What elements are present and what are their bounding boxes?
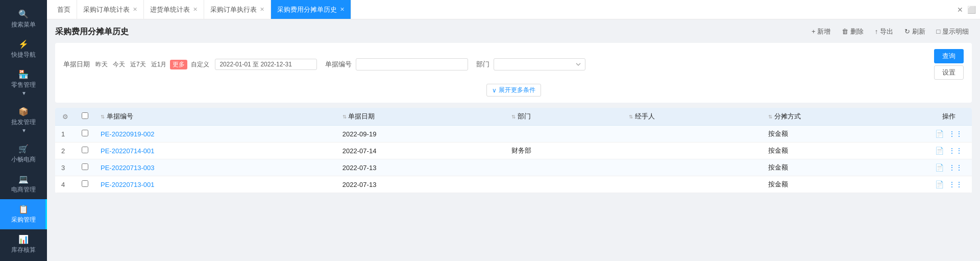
tab-bar: 首页 采购订单统计表 ✕ 进货单统计表 ✕ 采购订单执行表 ✕ 采购费用分摊单历… (47, 0, 980, 19)
data-table: ⚙ ⇅ 单据编号 ⇅ 单据日期 ⇅ 部门 ⇅ 经手人 ⇅ 分摊方式 操作 1 (55, 108, 972, 193)
close-tab-icon[interactable]: ✕ (957, 6, 963, 14)
sidebar-item-ecommerce[interactable]: 💻 电商管理 (0, 169, 47, 199)
table-row: 4 PE-20220713-001 2022-07-13 按金额 📄 ⋮⋮ (55, 176, 972, 193)
shortcut-yesterday[interactable]: 昨天 (94, 60, 109, 69)
td-handler (623, 176, 762, 193)
td-method: 按金额 (762, 126, 926, 143)
tab-close-icon[interactable]: ✕ (133, 6, 137, 13)
expand-row: ∨ 展开更多条件 (63, 84, 964, 97)
tab-close-icon[interactable]: ✕ (193, 6, 198, 13)
tab-purchase-order-stats[interactable]: 采购订单统计表 ✕ (77, 0, 144, 19)
td-row-num: 1 (55, 126, 76, 143)
retail-icon: 🏪 (2, 69, 45, 79)
tab-close-icon[interactable]: ✕ (260, 6, 264, 13)
td-dept (505, 176, 623, 193)
date-label: 单据日期 (63, 60, 90, 69)
table-body: 1 PE-20220919-002 2022-09-19 按金额 📄 ⋮⋮ (55, 126, 972, 193)
td-actions: 📄 ⋮⋮ (926, 159, 972, 176)
bill-no-input[interactable] (356, 58, 468, 70)
td-handler (623, 159, 762, 176)
td-bill-no: PE-20220714-001 (94, 143, 336, 159)
td-handler (623, 126, 762, 143)
settings-button[interactable]: 设置 (934, 65, 964, 80)
sidebar-item-search[interactable]: 🔍 搜索菜单 (0, 4, 47, 34)
row-checkbox[interactable] (82, 130, 88, 136)
sidebar-item-quicknav[interactable]: ⚡ 快捷导航 (0, 34, 47, 64)
chevron-down-icon: ▼ (21, 90, 27, 96)
td-row-num: 4 (55, 176, 76, 193)
th-settings[interactable]: ⚙ (55, 108, 76, 126)
td-checkbox[interactable] (76, 126, 94, 143)
shortcut-1month[interactable]: 近1月 (150, 60, 168, 69)
td-method: 按金额 (762, 159, 926, 176)
td-handler (623, 143, 762, 159)
shortcut-today[interactable]: 今天 (111, 60, 127, 69)
td-row-num: 3 (55, 159, 76, 176)
more-icon[interactable]: ⋮⋮ (948, 130, 963, 138)
sidebar-item-ecommerce-small[interactable]: 🛒 小畅电商 (0, 139, 47, 169)
more-icon[interactable]: ⋮⋮ (948, 180, 963, 188)
edit-icon[interactable]: 📄 (935, 180, 944, 188)
tab-close-icon[interactable]: ✕ (340, 6, 345, 13)
export-button[interactable]: ↑ 导出 (872, 26, 896, 38)
dept-field: 部门 财务部 (476, 58, 585, 70)
main-area: 首页 采购订单统计表 ✕ 进货单统计表 ✕ 采购订单执行表 ✕ 采购费用分摊单历… (47, 0, 980, 261)
td-date: 2022-07-13 (336, 176, 505, 193)
refresh-button[interactable]: ↻ 刷新 (901, 26, 928, 38)
delete-button[interactable]: 🗑 删除 (839, 26, 867, 38)
th-checkbox[interactable] (76, 108, 94, 126)
table-header-row: ⚙ ⇅ 单据编号 ⇅ 单据日期 ⇅ 部门 ⇅ 经手人 ⇅ 分摊方式 操作 (55, 108, 972, 126)
row-checkbox[interactable] (82, 163, 88, 170)
shortcut-more[interactable]: 更多 (170, 60, 187, 69)
tab-home[interactable]: 首页 (51, 0, 77, 19)
more-icon[interactable]: ⋮⋮ (948, 147, 963, 155)
tab-inbound-stats[interactable]: 进货单统计表 ✕ (144, 0, 204, 19)
more-icon[interactable]: ⋮⋮ (948, 163, 963, 172)
tab-purchase-exec[interactable]: 采购订单执行表 ✕ (204, 0, 271, 19)
row-checkbox[interactable] (82, 180, 88, 187)
td-actions: 📄 ⋮⋮ (926, 126, 972, 143)
table-row: 1 PE-20220919-002 2022-09-19 按金额 📄 ⋮⋮ (55, 126, 972, 143)
ecommerce-icon: 💻 (2, 174, 45, 184)
th-date: ⇅ 单据日期 (336, 108, 505, 126)
table-wrapper: ⚙ ⇅ 单据编号 ⇅ 单据日期 ⇅ 部门 ⇅ 经手人 ⇅ 分摊方式 操作 1 (55, 108, 972, 193)
td-checkbox[interactable] (76, 143, 94, 159)
page-header: 采购费用分摊单历史 + 新增 🗑 删除 ↑ 导出 ↻ 刷新 □ 显示明细 (55, 26, 972, 38)
td-bill-no: PE-20220713-003 (94, 159, 336, 176)
sidebar-item-wholesale[interactable]: 📦 批发管理 ▼ (0, 102, 47, 139)
th-handler: ⇅ 经手人 (623, 108, 762, 126)
th-dept: ⇅ 部门 (505, 108, 623, 126)
td-checkbox[interactable] (76, 176, 94, 193)
dept-select[interactable]: 财务部 (494, 58, 585, 70)
add-button[interactable]: + 新增 (808, 26, 834, 38)
row-checkbox[interactable] (82, 147, 88, 153)
shortcut-7days[interactable]: 近7天 (129, 60, 148, 69)
sidebar-item-retail[interactable]: 🏪 零售管理 ▼ (0, 64, 47, 102)
edit-icon[interactable]: 📄 (935, 147, 944, 155)
td-method: 按金额 (762, 143, 926, 159)
search-nav-icon: 🔍 (2, 9, 45, 19)
sidebar-item-inventory[interactable]: 📊 库存核算 (0, 229, 47, 259)
content-area: 采购费用分摊单历史 + 新增 🗑 删除 ↑ 导出 ↻ 刷新 □ 显示明细 (47, 19, 980, 261)
edit-icon[interactable]: 📄 (935, 130, 944, 138)
td-checkbox[interactable] (76, 159, 94, 176)
maximize-icon[interactable]: ⬜ (967, 6, 976, 14)
edit-icon[interactable]: 📄 (935, 163, 944, 172)
td-dept (505, 126, 623, 143)
tab-bar-actions: ✕ ⬜ (957, 6, 980, 14)
shortcut-custom[interactable]: 自定义 (189, 60, 211, 69)
sidebar-item-label: 小畅电商 (2, 155, 45, 164)
sidebar-item-label: 零售管理 (2, 81, 45, 89)
wholesale-icon: 📦 (2, 107, 45, 116)
show-detail-button[interactable]: □ 显示明细 (934, 26, 972, 38)
tab-purchase-cost-history[interactable]: 采购费用分摊单历史 ✕ (271, 0, 351, 19)
th-method: ⇅ 分摊方式 (762, 108, 926, 126)
th-action: 操作 (926, 108, 972, 126)
date-range-input[interactable]: 2022-01-01 至 2022-12-31 (215, 59, 317, 70)
expand-button[interactable]: ∨ 展开更多条件 (486, 84, 541, 97)
query-button[interactable]: 查询 (934, 49, 964, 63)
select-all-checkbox[interactable] (82, 112, 88, 119)
td-dept (505, 159, 623, 176)
date-field: 单据日期 昨天 今天 近7天 近1月 更多 自定义 2022-01-01 至 2… (63, 59, 317, 70)
sidebar-item-purchase[interactable]: 📋 采购管理 (0, 199, 47, 229)
